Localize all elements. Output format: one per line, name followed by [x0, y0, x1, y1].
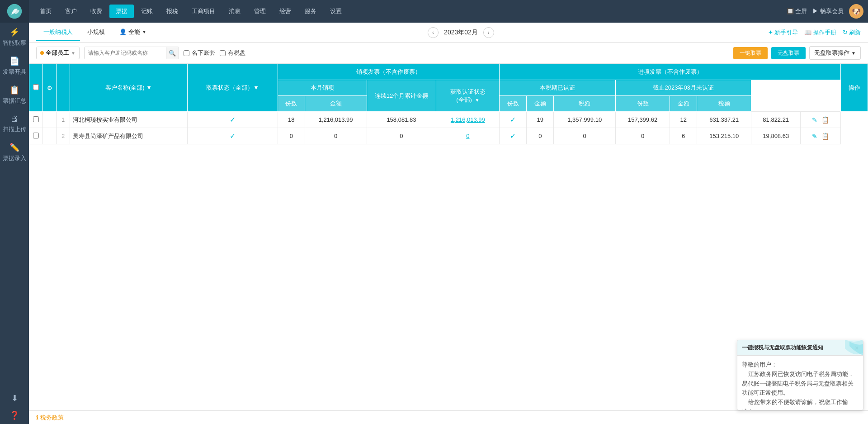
employee-filter[interactable]: 全部员工 ▼: [36, 47, 80, 59]
nav-client[interactable]: 客户: [59, 5, 83, 18]
logo[interactable]: [0, 0, 29, 23]
row2-cert-status: ✓: [500, 128, 527, 144]
manual-btn[interactable]: 📖 操作手册: [804, 29, 836, 37]
tab-general[interactable]: 一般纳税人: [36, 24, 80, 41]
row2-uncert-amount: 153,215.10: [697, 128, 751, 144]
nav-service[interactable]: 服务: [298, 5, 323, 18]
date-nav: ‹ 2023年02月 ›: [154, 27, 768, 38]
th-uncertified: 截止2023年03月未认证: [616, 80, 751, 96]
has-taxpad-checkbox-label[interactable]: 有税盘: [220, 49, 245, 57]
row2-sales-amount: 0: [305, 128, 367, 144]
th-sales-group: 销项发票（不含作废票）: [278, 64, 500, 80]
scan-upload-icon: 🖨: [10, 114, 19, 124]
row2-client-name: 灵寿县尚泽矿产品有限公司: [70, 128, 188, 144]
row2-checkbox[interactable]: [29, 128, 43, 144]
sidebar-help-btn[interactable]: ❓: [0, 407, 29, 424]
chevron-down-icon: ▼: [142, 29, 146, 34]
select-all-checkbox[interactable]: [33, 84, 39, 90]
nav-billing[interactable]: 收费: [84, 5, 108, 18]
row1-cum12m: 1,216,013.99: [436, 112, 500, 128]
refresh-btn[interactable]: ↻ 刷新: [843, 29, 861, 37]
th-purchase-group: 进项发票（不含作废票）: [500, 64, 841, 80]
nav-operation[interactable]: 经营: [273, 5, 297, 18]
cum12m-link[interactable]: 0: [466, 133, 469, 139]
row2-sales-count: 0: [278, 128, 305, 144]
check-icon: ✓: [230, 116, 236, 124]
no-disk-fetch-btn[interactable]: 无盘取票: [771, 47, 806, 59]
my-accounts-checkbox[interactable]: [184, 50, 189, 56]
nav-manage[interactable]: 管理: [248, 5, 272, 18]
nav-accounting[interactable]: 记账: [135, 5, 159, 18]
nav-settings[interactable]: 设置: [324, 5, 348, 18]
row1-uncert-amount: 631,337.21: [697, 112, 751, 128]
row1-settings: [43, 112, 57, 128]
nav-message[interactable]: 消息: [222, 5, 247, 18]
row1-sales-tax: 158,081.83: [367, 112, 436, 128]
new-guide-btn[interactable]: ✦ 新手引导: [768, 29, 798, 37]
th-action: 操作: [841, 64, 868, 112]
nav-home[interactable]: 首页: [33, 5, 58, 18]
detail-icon[interactable]: 📋: [821, 133, 829, 140]
tax-policy-link[interactable]: ℹ 税务政策: [36, 414, 64, 422]
user-avatar[interactable]: 🐶: [849, 4, 863, 19]
row2-settings: [43, 128, 57, 144]
one-click-fetch-btn[interactable]: 一键取票: [733, 47, 768, 59]
th-certified: 本税期已认证: [500, 80, 616, 96]
cert-check-icon: ✓: [510, 132, 516, 140]
th-pur-tax: 税额: [554, 96, 616, 112]
nav-business[interactable]: 工商项目: [185, 5, 222, 18]
th-fetch-status[interactable]: 取票状态（全部）▼: [187, 64, 278, 112]
notification-deco: [831, 340, 863, 362]
no-disk-ops-btn[interactable]: 无盘取票操作 ▼: [809, 46, 861, 60]
row2-cum12m: 0: [436, 128, 500, 144]
member-btn[interactable]: ▶ 畅享会员: [812, 7, 844, 15]
current-date: 2023年02月: [444, 29, 478, 37]
th-checkbox: [29, 64, 43, 112]
invoice-table: ⚙ 客户名称(全部) ▼ 取票状态（全部）▼ 销项发票（不含作废票） 进项发票（: [29, 64, 868, 144]
detail-icon[interactable]: 📋: [821, 116, 829, 124]
fullscreen-btn[interactable]: 🔲 全屏: [787, 7, 807, 15]
table-row: 1 河北柯瑧桉实业有限公司 ✓ 18 1,216,013.99 158,081.…: [29, 112, 868, 128]
smart-fetch-icon: ⚡: [9, 27, 19, 37]
invoice-summary-icon: 📋: [9, 85, 19, 95]
th-monthly-sales: 本月销项: [278, 80, 367, 96]
info-icon: ℹ: [36, 414, 38, 421]
edit-icon[interactable]: ✎: [812, 133, 817, 140]
notification-body: 尊敬的用户： 江苏政务网已恢复访问电子税务局功能，易代账一键登陆电子税务局与无盘…: [737, 356, 863, 410]
tab-all[interactable]: 👤 全能 ▼: [112, 24, 154, 41]
tab-small[interactable]: 小规模: [80, 24, 112, 41]
th-client-name[interactable]: 客户名称(全部) ▼: [70, 64, 188, 112]
prev-month-btn[interactable]: ‹: [428, 27, 439, 38]
cum12m-link[interactable]: 1,216,013.99: [451, 116, 485, 123]
th-cert-status[interactable]: 获取认证状态(全部) ▼: [436, 80, 500, 112]
edit-icon[interactable]: ✎: [812, 116, 817, 124]
row2-pur-count: 0: [527, 128, 554, 144]
row1-pur-count: 19: [527, 112, 554, 128]
toolbar-right: 一键取票 无盘取票 无盘取票操作 ▼: [733, 46, 861, 60]
nav-invoice[interactable]: 票据: [109, 5, 134, 18]
sidebar-item-invoice-input[interactable]: ✏️ 票据录入: [0, 138, 29, 167]
sidebar-download-btn[interactable]: ⬇: [0, 390, 29, 407]
sidebar-item-scan-upload[interactable]: 🖨 扫描上传: [0, 110, 29, 138]
row2-pur-tax: 0: [616, 128, 670, 144]
row1-cert-status: ✓: [500, 112, 527, 128]
sidebar-item-invoice-open[interactable]: 📄 发票开具: [0, 52, 29, 81]
row1-pur-amount: 1,357,999.10: [554, 112, 616, 128]
sidebar-item-smart-fetch[interactable]: ⚡ 智能取票: [0, 23, 29, 52]
search-button[interactable]: 🔍: [166, 47, 179, 59]
has-taxpad-checkbox[interactable]: [220, 50, 226, 56]
person-icon: 👤: [119, 29, 127, 35]
th-settings: ⚙: [43, 64, 57, 112]
row1-checkbox[interactable]: [29, 112, 43, 128]
th-pur-amount: 金额: [527, 96, 554, 112]
next-month-btn[interactable]: ›: [483, 27, 494, 38]
search-input[interactable]: [85, 47, 166, 59]
row2-action: ✎ 📋: [801, 128, 841, 144]
chevron-down-icon: ▼: [71, 51, 75, 56]
th-pur-count: 份数: [500, 96, 527, 112]
my-accounts-checkbox-label[interactable]: 名下账套: [184, 49, 215, 57]
nav-tax[interactable]: 报税: [160, 5, 184, 18]
sidebar-item-invoice-summary[interactable]: 📋 票据汇总: [0, 81, 29, 110]
row2-sales-tax: 0: [367, 128, 436, 144]
th-sales-amount: 金额: [305, 96, 367, 112]
